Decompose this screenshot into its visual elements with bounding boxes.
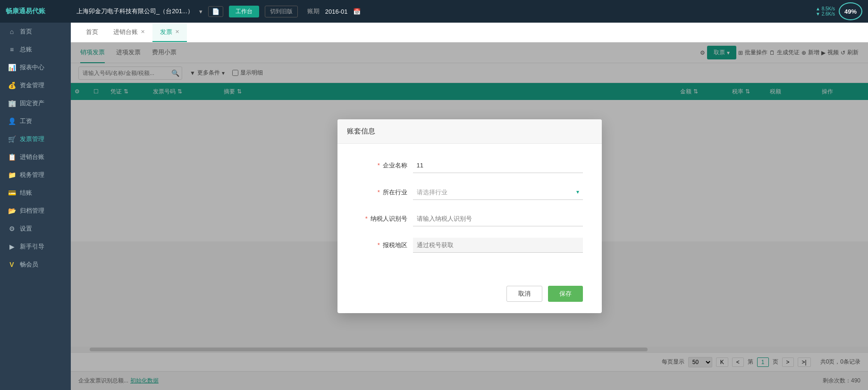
guide-icon: ▶	[8, 243, 16, 250]
form-row-company: * 企业名称	[356, 158, 583, 173]
archive-icon: 📂	[8, 207, 16, 215]
save-button[interactable]: 保存	[548, 286, 583, 302]
dialog-overlay: 账套信息 * 企业名称 * 所在行业	[71, 42, 868, 390]
sidebar-item-label: 报表中心	[20, 63, 44, 72]
topbar-right: ▲ 8.5K/s ▼ 2.6K/s 49%	[816, 2, 862, 20]
sidebar-item-label: 归档管理	[20, 207, 44, 215]
cancel-button[interactable]: 取消	[506, 286, 542, 302]
sidebar-item-report[interactable]: 📊 报表中心	[0, 58, 71, 76]
calendar-icon[interactable]: 📅	[353, 8, 361, 15]
main-area: 上海卯金刀电子科技有限公司_（台201...） ▾ 📄 工作台 切到旧版 账期 …	[71, 0, 868, 390]
asset-icon: 🏢	[8, 100, 16, 107]
sidebar-item-label: 畅会员	[20, 260, 38, 269]
sidebar-item-purchase[interactable]: 📋 进销台账	[0, 148, 71, 166]
sidebar-item-label: 资金管理	[20, 81, 44, 90]
dialog-title: 账套信息	[347, 127, 375, 135]
required-star2: *	[378, 189, 380, 196]
sidebar-item-home[interactable]: ⌂ 首页	[0, 23, 71, 41]
sidebar-item-archive[interactable]: 📂 归档管理	[0, 202, 71, 220]
switch-old-button[interactable]: 切到旧版	[265, 6, 298, 17]
home-icon: ⌂	[8, 28, 16, 35]
sidebar-item-salary[interactable]: 👤 工资	[0, 112, 71, 130]
invoice-icon: 🛒	[8, 135, 16, 143]
topbar: 上海卯金刀电子科技有限公司_（台201...） ▾ 📄 工作台 切到旧版 账期 …	[71, 0, 868, 23]
sidebar-item-settings[interactable]: ⚙ 设置	[0, 220, 71, 238]
tab-home[interactable]: 首页	[78, 23, 106, 42]
account-info-dialog: 账套信息 * 企业名称 * 所在行业	[337, 119, 602, 313]
company-name-label: * 企业名称	[356, 161, 413, 170]
industry-select[interactable]: 请选择行业	[413, 184, 583, 199]
sidebar-item-label: 首页	[20, 27, 32, 36]
period-label: 账期	[307, 7, 320, 16]
sidebar-item-label: 总账	[20, 45, 32, 54]
sidebar-item-label: 结账	[20, 189, 32, 197]
period-value: 2016-01	[325, 8, 348, 15]
sidebar: 畅康通易代账 ⌂ 首页 ≡ 总账 📊 报表中心 💰 资金管理 🏢 固定资产 👤 …	[0, 0, 71, 390]
dialog-header: 账套信息	[337, 119, 602, 144]
salary-icon: 👤	[8, 117, 16, 125]
sidebar-item-settlement[interactable]: 💳 结账	[0, 184, 71, 202]
workbench-button[interactable]: 工作台	[229, 6, 259, 17]
settlement-icon: 💳	[8, 189, 16, 197]
tab-purchase-label: 进销台账	[113, 28, 138, 36]
sidebar-item-asset[interactable]: 🏢 固定资产	[0, 94, 71, 112]
logo-text: 畅康通易代账	[6, 7, 45, 16]
content-area: 销项发票 进项发票 费用小票 ⚙ 取票 ▾ ⊞ 批量操作	[71, 42, 868, 390]
tax-region-label: * 报税地区	[356, 241, 413, 249]
dialog-body: * 企业名称 * 所在行业 请选择行业	[337, 144, 602, 278]
company-name: 上海卯金刀电子科技有限公司_（台201...）	[76, 7, 194, 16]
sidebar-item-label: 固定资产	[20, 99, 44, 108]
company-name-input[interactable]	[413, 158, 583, 173]
report-icon: 📊	[8, 64, 16, 71]
speed-pct: 49%	[844, 8, 857, 15]
capital-icon: 💰	[8, 82, 16, 89]
form-row-tax-region: * 报税地区	[356, 238, 583, 253]
sidebar-item-label: 工资	[20, 117, 32, 125]
tax-id-input[interactable]	[413, 211, 583, 226]
sidebar-item-invoice[interactable]: 🛒 发票管理	[0, 130, 71, 148]
ledger-icon: ≡	[8, 46, 16, 53]
tab-invoice[interactable]: 发票 ✕	[152, 23, 187, 42]
sidebar-item-tax[interactable]: 📁 税务管理	[0, 166, 71, 184]
speed-indicator: 49%	[839, 2, 862, 20]
sidebar-item-ledger[interactable]: ≡ 总账	[0, 41, 71, 58]
settings-icon: ⚙	[8, 225, 16, 232]
sidebar-item-capital[interactable]: 💰 资金管理	[0, 76, 71, 94]
sidebar-item-label: 设置	[20, 224, 32, 233]
speed-up: ▲ 8.5K/s	[816, 6, 835, 11]
sidebar-item-label: 进销台账	[20, 153, 44, 161]
app-logo: 畅康通易代账	[0, 0, 71, 23]
industry-label: * 所在行业	[356, 188, 413, 197]
purchase-icon: 📋	[8, 153, 16, 161]
sidebar-item-label: 税务管理	[20, 171, 44, 179]
tab-purchase-close[interactable]: ✕	[141, 29, 145, 35]
sidebar-item-guide[interactable]: ▶ 新手引导	[0, 238, 71, 256]
tab-invoice-label: 发票	[160, 28, 172, 36]
tax-region-input	[413, 238, 583, 253]
speed-down: ▼ 2.6K/s	[816, 11, 835, 17]
sidebar-item-member[interactable]: V 畅会员	[0, 256, 71, 274]
required-star: *	[378, 162, 380, 169]
form-row-industry: * 所在行业 请选择行业 ▾	[356, 184, 583, 200]
required-star4: *	[378, 241, 380, 249]
tab-purchase[interactable]: 进销台账 ✕	[106, 23, 152, 42]
industry-select-wrapper: 请选择行业 ▾	[413, 184, 583, 200]
tab-invoice-close[interactable]: ✕	[175, 29, 179, 35]
form-row-tax-id: * 纳税人识别号	[356, 211, 583, 226]
sidebar-item-label: 新手引导	[20, 242, 44, 251]
tax-id-label: * 纳税人识别号	[356, 215, 413, 223]
dialog-footer: 取消 保存	[337, 278, 602, 313]
tax-icon: 📁	[8, 171, 16, 179]
sidebar-item-label: 发票管理	[20, 135, 44, 143]
document-icon-btn[interactable]: 📄	[208, 6, 223, 17]
tab-home-label: 首页	[86, 28, 98, 36]
tabbar: 首页 进销台账 ✕ 发票 ✕	[71, 23, 868, 42]
member-icon: V	[8, 261, 16, 268]
company-expand-icon[interactable]: ▾	[199, 8, 202, 15]
required-star3: *	[365, 215, 368, 222]
